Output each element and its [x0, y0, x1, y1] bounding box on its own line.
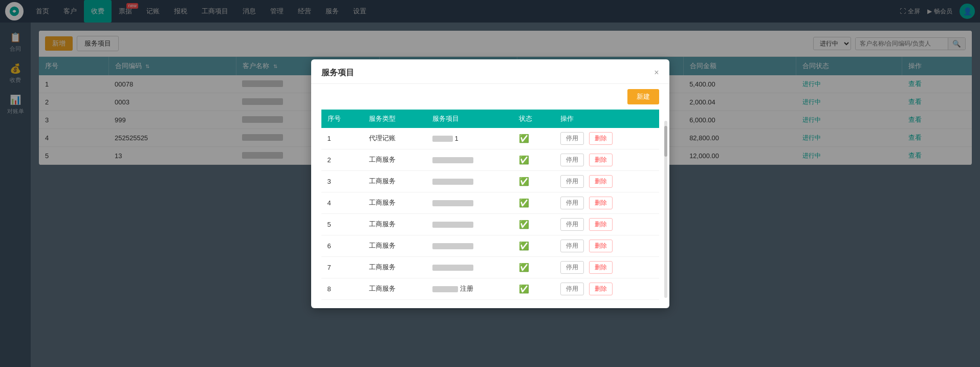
modal-table-row: 4 工商服务 ✅ 停用 删除 — [321, 192, 659, 213]
status-check-icon: ✅ — [519, 242, 529, 250]
modal-col-seq: 序号 — [321, 110, 363, 128]
modal-col-item: 服务项目 — [426, 110, 513, 128]
stop-button[interactable]: 停用 — [560, 240, 584, 252]
modal-cell-action: 停用 删除 — [554, 128, 659, 149]
modal-cell-type: 代理记账 — [363, 128, 426, 149]
modal-title: 服务项目 — [321, 68, 354, 78]
modal-scrollbar[interactable] — [664, 121, 667, 298]
delete-button[interactable]: 删除 — [589, 261, 613, 274]
modal-col-action: 操作 — [554, 110, 659, 128]
delete-button[interactable]: 删除 — [589, 240, 613, 252]
modal-cell-seq: 8 — [321, 278, 363, 299]
modal-cell-seq: 4 — [321, 192, 363, 213]
modal-table-row: 3 工商服务 ✅ 停用 删除 — [321, 170, 659, 192]
stop-button[interactable]: 停用 — [560, 261, 584, 274]
modal-body: 序号 服务类型 服务项目 状态 操作 1 代理记账 1 ✅ 停用 删除 2 工商… — [311, 110, 669, 308]
modal-cell-type: 工商服务 — [363, 213, 426, 235]
modal-close-button[interactable]: × — [654, 69, 659, 77]
modal-cell-seq: 6 — [321, 235, 363, 256]
status-check-icon: ✅ — [519, 220, 529, 229]
modal-col-type: 服务类型 — [363, 110, 426, 128]
modal-cell-action: 停用 删除 — [554, 192, 659, 213]
delete-button[interactable]: 删除 — [589, 218, 613, 231]
modal-cell-type: 工商服务 — [363, 192, 426, 213]
modal-cell-status: ✅ — [513, 256, 554, 278]
modal-table-row: 7 工商服务 ✅ 停用 删除 — [321, 256, 659, 278]
stop-button[interactable]: 停用 — [560, 283, 584, 295]
status-check-icon: ✅ — [519, 177, 529, 186]
delete-button[interactable]: 删除 — [589, 132, 613, 145]
modal-cell-type: 工商服务 — [363, 170, 426, 192]
modal-table-row: 8 工商服务 注册 ✅ 停用 删除 — [321, 278, 659, 299]
modal-cell-item: 注册 — [426, 278, 513, 299]
modal-new-button[interactable]: 新建 — [627, 89, 659, 104]
modal-cell-seq: 2 — [321, 149, 363, 170]
modal-cell-item — [426, 149, 513, 170]
delete-button[interactable]: 删除 — [589, 175, 613, 188]
modal-cell-item — [426, 192, 513, 213]
modal-cell-status: ✅ — [513, 149, 554, 170]
modal-table-row: 5 工商服务 ✅ 停用 删除 — [321, 213, 659, 235]
modal-cell-action: 停用 删除 — [554, 213, 659, 235]
modal-cell-status: ✅ — [513, 128, 554, 149]
modal-scrollbar-thumb — [664, 126, 667, 157]
modal-cell-action: 停用 删除 — [554, 235, 659, 256]
modal-cell-type: 工商服务 — [363, 149, 426, 170]
modal-cell-item — [426, 213, 513, 235]
modal-cell-type: 工商服务 — [363, 278, 426, 299]
modal-cell-status: ✅ — [513, 278, 554, 299]
status-check-icon: ✅ — [519, 263, 529, 272]
modal-cell-status: ✅ — [513, 170, 554, 192]
modal-cell-action: 停用 删除 — [554, 149, 659, 170]
modal-cell-status: ✅ — [513, 235, 554, 256]
modal-table-row: 1 代理记账 1 ✅ 停用 删除 — [321, 128, 659, 149]
status-check-icon: ✅ — [519, 285, 529, 293]
modal-cell-action: 停用 删除 — [554, 278, 659, 299]
stop-button[interactable]: 停用 — [560, 154, 584, 166]
modal-cell-seq: 3 — [321, 170, 363, 192]
stop-button[interactable]: 停用 — [560, 175, 584, 188]
stop-button[interactable]: 停用 — [560, 132, 584, 145]
status-check-icon: ✅ — [519, 134, 529, 143]
service-item-modal: 服务项目 × 新建 序号 服务类型 服务项目 状态 操作 1 代理 — [311, 59, 669, 308]
modal-header: 服务项目 × — [311, 59, 669, 84]
status-check-icon: ✅ — [519, 156, 529, 164]
modal-overlay[interactable]: 服务项目 × 新建 序号 服务类型 服务项目 状态 操作 1 代理 — [0, 0, 980, 367]
modal-cell-type: 工商服务 — [363, 256, 426, 278]
stop-button[interactable]: 停用 — [560, 218, 584, 231]
modal-cell-item — [426, 235, 513, 256]
modal-cell-seq: 1 — [321, 128, 363, 149]
modal-toolbar: 新建 — [311, 84, 669, 110]
modal-cell-status: ✅ — [513, 213, 554, 235]
modal-cell-status: ✅ — [513, 192, 554, 213]
modal-cell-seq: 5 — [321, 213, 363, 235]
service-items-table: 序号 服务类型 服务项目 状态 操作 1 代理记账 1 ✅ 停用 删除 2 工商… — [321, 110, 659, 300]
modal-table-row: 2 工商服务 ✅ 停用 删除 — [321, 149, 659, 170]
delete-button[interactable]: 删除 — [589, 154, 613, 166]
modal-cell-item: 1 — [426, 128, 513, 149]
modal-table-row: 6 工商服务 ✅ 停用 删除 — [321, 235, 659, 256]
delete-button[interactable]: 删除 — [589, 197, 613, 209]
delete-button[interactable]: 删除 — [589, 283, 613, 295]
modal-cell-action: 停用 删除 — [554, 256, 659, 278]
modal-col-status: 状态 — [513, 110, 554, 128]
modal-cell-action: 停用 删除 — [554, 170, 659, 192]
modal-cell-item — [426, 170, 513, 192]
modal-cell-type: 工商服务 — [363, 235, 426, 256]
modal-cell-item — [426, 256, 513, 278]
status-check-icon: ✅ — [519, 199, 529, 207]
stop-button[interactable]: 停用 — [560, 197, 584, 209]
modal-cell-seq: 7 — [321, 256, 363, 278]
